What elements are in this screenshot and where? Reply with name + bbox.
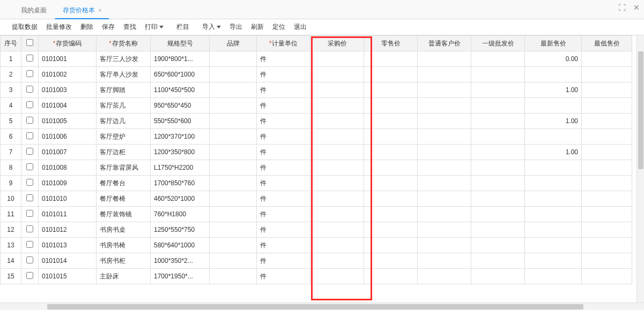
cell-wholesale-price[interactable]: [471, 176, 525, 191]
col-header-retail-price[interactable]: 零售价: [364, 36, 418, 51]
cell-wholesale-price[interactable]: [471, 191, 525, 207]
table-row[interactable]: 50101005客厅边几550*550*600件1.00: [1, 114, 632, 129]
cell-code[interactable]: 0101005: [39, 114, 97, 129]
cell-min-price[interactable]: [582, 176, 632, 191]
cell-spec[interactable]: 650*600*1000: [151, 67, 210, 82]
cell-brand[interactable]: [210, 51, 257, 67]
row-checkbox[interactable]: [26, 241, 33, 248]
cell-min-price[interactable]: [582, 67, 632, 82]
cell-checkbox[interactable]: [21, 160, 39, 176]
refresh-button[interactable]: 刷新: [249, 21, 266, 33]
cell-checkbox[interactable]: [21, 191, 39, 207]
cell-code[interactable]: 0101007: [39, 145, 97, 160]
cell-code[interactable]: 0101004: [39, 98, 97, 114]
cell-name[interactable]: 客厅脚踏: [97, 82, 151, 98]
col-header-unit[interactable]: *计量单位: [257, 36, 310, 51]
table-row[interactable]: 140101014书房书柜1000*350*2...件: [1, 253, 632, 269]
cell-purchase-price[interactable]: [310, 191, 364, 207]
cell-min-price[interactable]: [582, 129, 632, 145]
cell-latest-price[interactable]: [525, 207, 582, 222]
cell-code[interactable]: 0101009: [39, 176, 97, 191]
cell-min-price[interactable]: [582, 269, 632, 284]
cell-brand[interactable]: [210, 160, 257, 176]
cell-spec[interactable]: 580*640*1000: [151, 238, 210, 253]
exit-button[interactable]: 退出: [292, 21, 309, 33]
col-header-customer-price[interactable]: 普通客户价: [418, 36, 471, 51]
cell-name[interactable]: 客厅壁炉: [97, 129, 151, 145]
cell-purchase-price[interactable]: [310, 145, 364, 160]
cell-latest-price[interactable]: [525, 238, 582, 253]
cell-customer-price[interactable]: [418, 114, 471, 129]
cell-latest-price[interactable]: [525, 176, 582, 191]
cell-spec[interactable]: 1000*350*2...: [151, 253, 210, 269]
table-row[interactable]: 90101009餐厅餐台1700*850*760件: [1, 176, 632, 191]
cell-latest-price[interactable]: 1.00: [525, 114, 582, 129]
cell-brand[interactable]: [210, 98, 257, 114]
cell-unit[interactable]: 件: [257, 67, 310, 82]
cell-customer-price[interactable]: [418, 129, 471, 145]
cell-code[interactable]: 0101012: [39, 222, 97, 238]
cell-purchase-price[interactable]: [310, 129, 364, 145]
cell-name[interactable]: 餐厅餐台: [97, 176, 151, 191]
cell-code[interactable]: 0101014: [39, 253, 97, 269]
cell-purchase-price[interactable]: [310, 269, 364, 284]
cell-latest-price[interactable]: [525, 160, 582, 176]
cell-min-price[interactable]: [582, 98, 632, 114]
tab-存货价格本[interactable]: 存货价格本×: [55, 1, 109, 19]
cell-retail-price[interactable]: [364, 67, 418, 82]
cell-brand[interactable]: [210, 176, 257, 191]
cell-retail-price[interactable]: [364, 98, 418, 114]
cell-checkbox[interactable]: [21, 129, 39, 145]
cell-wholesale-price[interactable]: [471, 269, 525, 284]
cell-unit[interactable]: 件: [257, 207, 310, 222]
cell-checkbox[interactable]: [21, 253, 39, 269]
cell-brand[interactable]: [210, 191, 257, 207]
cell-wholesale-price[interactable]: [471, 51, 525, 67]
table-row[interactable]: 30101003客厅脚踏1100*450*500件1.00: [1, 82, 632, 98]
cell-brand[interactable]: [210, 207, 257, 222]
cell-latest-price[interactable]: [525, 191, 582, 207]
cell-customer-price[interactable]: [418, 51, 471, 67]
cell-name[interactable]: 餐厅装饰镜: [97, 207, 151, 222]
table-row[interactable]: 40101004客厅茶几950*650*450件: [1, 98, 632, 114]
row-checkbox[interactable]: [26, 117, 33, 124]
cell-latest-price[interactable]: 0.00: [525, 51, 582, 67]
cell-min-price[interactable]: [582, 191, 632, 207]
import-button[interactable]: 导入: [200, 21, 223, 33]
cell-purchase-price[interactable]: [310, 51, 364, 67]
cell-wholesale-price[interactable]: [471, 253, 525, 269]
cell-latest-price[interactable]: [525, 67, 582, 82]
cell-code[interactable]: 0101015: [39, 269, 97, 284]
cell-customer-price[interactable]: [418, 253, 471, 269]
cell-purchase-price[interactable]: [310, 67, 364, 82]
cell-brand[interactable]: [210, 269, 257, 284]
cell-brand[interactable]: [210, 67, 257, 82]
cell-customer-price[interactable]: [418, 222, 471, 238]
cell-code[interactable]: 0101008: [39, 160, 97, 176]
cell-unit[interactable]: 件: [257, 82, 310, 98]
cell-wholesale-price[interactable]: [471, 207, 525, 222]
table-row[interactable]: 130101013书房书椅580*640*1000件: [1, 238, 632, 253]
cell-latest-price[interactable]: [525, 269, 582, 284]
locate-button[interactable]: 定位: [270, 21, 287, 33]
cell-code[interactable]: 0101013: [39, 238, 97, 253]
save-button[interactable]: 保存: [100, 21, 117, 33]
table-row[interactable]: 60101006客厅壁炉1200*370*100件: [1, 129, 632, 145]
cell-purchase-price[interactable]: [310, 222, 364, 238]
cell-retail-price[interactable]: [364, 129, 418, 145]
col-header-name[interactable]: *存货名称: [97, 36, 151, 51]
cell-spec[interactable]: 550*550*600: [151, 114, 210, 129]
cell-checkbox[interactable]: [21, 222, 39, 238]
cell-checkbox[interactable]: [21, 51, 39, 67]
cell-code[interactable]: 0101010: [39, 191, 97, 207]
cell-spec[interactable]: 1200*370*100: [151, 129, 210, 145]
cell-brand[interactable]: [210, 129, 257, 145]
row-checkbox[interactable]: [26, 194, 33, 201]
row-checkbox[interactable]: [26, 179, 33, 186]
cell-min-price[interactable]: [582, 253, 632, 269]
vertical-scrollbar-thumb[interactable]: [638, 51, 643, 169]
cell-wholesale-price[interactable]: [471, 82, 525, 98]
cell-latest-price[interactable]: [525, 253, 582, 269]
tab-close-icon[interactable]: ×: [98, 7, 101, 13]
col-header-code[interactable]: *存货编码: [39, 36, 97, 51]
